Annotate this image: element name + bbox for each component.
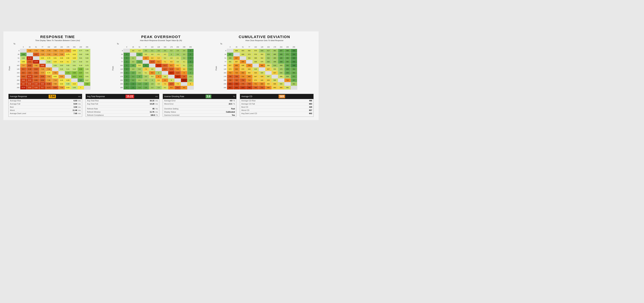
peak-overshoot-title: PEAK OVERSHOOT (112, 35, 210, 39)
matrix-cell: 1.3 (187, 64, 194, 67)
matrix-cell: 2.1 (130, 56, 136, 60)
matrix-cell (130, 52, 136, 56)
matrix-cell: 793 (233, 82, 240, 86)
matrix-cell: 684 (259, 82, 265, 86)
matrix-cell: 570 (252, 49, 259, 52)
matrix-cell: 5.77 (78, 49, 84, 52)
matrix-cell (181, 82, 187, 86)
row-header-128: 128 (220, 67, 227, 71)
matrix-cell: 4 (149, 78, 156, 82)
matrix-cell: 7.03 (58, 52, 65, 56)
matrix-cell: 674 (252, 78, 259, 82)
matrix-row: 263.968.577.237.317.387.036.756.335.625.… (14, 52, 90, 56)
po-avg-val: 15.22 (126, 94, 134, 98)
row-header-0: 0 (117, 49, 124, 52)
matrix-row: 515.6511.466.656.786.816.686.566.095.615… (14, 56, 90, 60)
row-header-77: 77 (14, 60, 20, 64)
matrix-cell: 8.9 (26, 71, 33, 75)
matrix-cell: 6.34 (58, 60, 65, 64)
matrix-cell: 8.29 (52, 86, 58, 90)
matrix-cell: 4.62 (84, 82, 90, 86)
matrix-cell: 4 (156, 71, 162, 75)
matrix-cell: 8.53 (26, 64, 33, 67)
matrix-cell: 9.1 (156, 60, 162, 64)
matrix-cell: 8.35 (39, 75, 46, 78)
response-time-stats: Average Response 7.04 ms Average Rise 6.… (8, 94, 82, 117)
matrix-cell: 0 (124, 60, 130, 64)
matrix-cell: 498 (272, 60, 278, 64)
po-avg-rise-row: Avg Total Rise 16.15 ms (86, 99, 159, 102)
matrix-cell: 3.3 (156, 86, 162, 90)
matrix-cell: 3.4 (174, 52, 181, 56)
matrix-cell (124, 49, 130, 52)
matrix-cell: 723 (233, 71, 240, 75)
matrix-cell: 629 (265, 78, 272, 82)
matrix-cell: 5.6 (162, 56, 168, 60)
ghosting-display-status-val: Calibrated (226, 111, 235, 113)
row-header-153: 153 (117, 71, 124, 75)
matrix-cell: 8.1 (168, 64, 174, 67)
matrix-cell: 5.82 (65, 64, 71, 67)
col-header-255: 255 (291, 45, 297, 49)
matrix-cell: 0 (124, 56, 130, 60)
matrix-cell: 8.5 (20, 71, 26, 75)
cd-worst-row: Worst CD 857 (240, 108, 314, 112)
response-time-matrix: 026517710212815317920423025507.417.747.8… (14, 45, 90, 90)
matrix-cell: 526 (284, 75, 291, 78)
matrix-cell: 5.6 (136, 64, 143, 67)
matrix-cell: 16.7 (168, 71, 174, 75)
matrix-cell: 348 (291, 64, 297, 67)
matrix-cell: 569 (272, 78, 278, 82)
matrix-cell: 6.6 (181, 67, 187, 71)
matrix-cell: 1.6 (130, 64, 136, 67)
matrix-cell: 0 (124, 52, 130, 56)
peak-overshoot-section: PEAK OVERSHOOT How Much Response Exceeds… (112, 35, 210, 90)
matrix-cell: 699 (240, 60, 246, 64)
matrix-cell: 6.65 (39, 56, 46, 60)
matrix-cell: 1.9 (136, 52, 143, 56)
matrix-row: 1798.929.168.878.357.516.537.474.324.015… (14, 75, 90, 78)
matrix-cell: 2.8 (149, 82, 156, 86)
matrix-cell: 11.5 (149, 60, 156, 64)
po-avg-fall-label: Avg Total Fall (87, 103, 98, 105)
matrix-cell: 702 (227, 71, 233, 75)
matrix-cell: 499 (227, 56, 233, 60)
matrix-cell: 796 (246, 86, 252, 90)
matrix-cell: 7.3 (143, 67, 149, 71)
matrix-cell: 3.96 (20, 52, 26, 56)
row-header-230: 230 (220, 82, 227, 86)
matrix-cell: 597 (265, 75, 272, 78)
cumulative-deviation-from-label: From (215, 64, 217, 70)
matrix-cell: 516 (272, 64, 278, 67)
matrix-cell: 6.68 (65, 78, 71, 82)
ghosting-overdrive-row: Overdrive Setting Fast (163, 107, 236, 110)
cd-avg-rise-row: Average CD Rise 496 (240, 99, 314, 102)
matrix-cell: 371 (291, 75, 297, 78)
matrix-cell: 582 (246, 49, 252, 52)
matrix-cell: 586 (278, 75, 284, 78)
matrix-cell: 5.61 (84, 71, 90, 75)
ghosting-worst-error-label: Worst Error (164, 103, 174, 105)
matrix-cell: 4.5 (156, 82, 162, 86)
matrix-cell: 530 (278, 71, 284, 75)
matrix-cell: 736 (227, 75, 233, 78)
matrix-cell: 4.2 (136, 49, 143, 52)
matrix-cell: 5.59 (65, 82, 71, 86)
matrix-cell: 397 (291, 78, 297, 82)
matrix-row: 12802.33.47.34.814.511.98.36.61.6 (117, 67, 194, 71)
response-time-subtitle: Time Display Takes To Transition Between… (8, 40, 107, 42)
matrix-cell: 7.86 (39, 49, 46, 52)
matrix-cell: 6.5 (156, 78, 162, 82)
matrix-cell (246, 60, 252, 64)
matrix-cell: 5.84 (46, 60, 52, 64)
col-header-0: 0 (124, 45, 130, 49)
row-header-179: 179 (220, 75, 227, 78)
response-time-from-label: From (8, 64, 10, 70)
row-header-26: 26 (14, 52, 20, 56)
matrix-cell: 364 (291, 71, 297, 75)
matrix-cell: 8.5 (143, 56, 149, 60)
col-header-128: 128 (52, 45, 58, 49)
matrix-cell: 8.89 (33, 78, 39, 82)
ghosting-stats-header: Inverse Ghosting Rate 3.6 % (163, 94, 236, 99)
row-header-204: 204 (14, 78, 20, 82)
